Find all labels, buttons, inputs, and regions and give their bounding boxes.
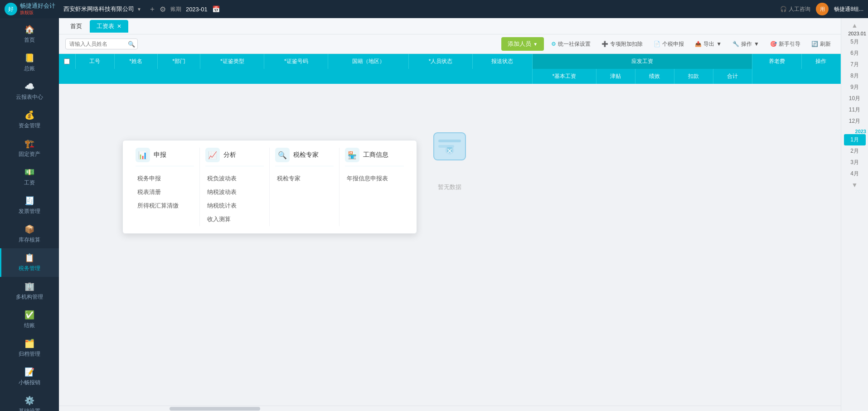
menu-section-shenbao-header: 📊 申报 bbox=[136, 148, 194, 166]
main-layout: 🏠 首页 📒 总账 ☁️ 云报表中心 💰 资金管理 🏗️ 固定资产 💵 工资 🧾… bbox=[0, 18, 868, 411]
shenbao-title: 申报 bbox=[154, 151, 166, 159]
menu-section-fenxi: 📈 分析 税负波动表 纳税波动表 纳税统计表 收入测算 bbox=[200, 148, 270, 226]
menu-item-tax-stat[interactable]: 纳税统计表 bbox=[205, 199, 264, 213]
menu-item-income-calc[interactable]: 收入测算 bbox=[205, 213, 264, 226]
menu-item-tax-burden[interactable]: 税负波动表 bbox=[205, 172, 264, 185]
menu-section-gongshang-header: 🏪 工商信息 bbox=[345, 148, 404, 166]
menu-item-tax-wave[interactable]: 纳税波动表 bbox=[205, 185, 264, 199]
gongshang-title: 工商信息 bbox=[363, 151, 388, 159]
shuijian-icon: 🔍 bbox=[275, 148, 290, 162]
menu-item-annual-report[interactable]: 年报信息申报表 bbox=[345, 172, 404, 185]
menu-item-tax-table[interactable]: 税表清册 bbox=[136, 185, 194, 199]
menu-section-gongshang: 🏪 工商信息 年报信息申报表 bbox=[339, 148, 409, 226]
menu-section-shuijian: 🔍 税检专家 税检专家 bbox=[270, 148, 339, 226]
menu-item-tax-declare[interactable]: 税务申报 bbox=[136, 172, 194, 185]
fenxi-title: 分析 bbox=[223, 151, 236, 159]
menu-section-shenbao: 📊 申报 税务申报 税表清册 所得税汇算清缴 bbox=[130, 148, 200, 226]
shuijian-title: 税检专家 bbox=[293, 151, 319, 159]
menu-section-fenxi-header: 📈 分析 bbox=[205, 148, 264, 166]
menu-item-income-tax[interactable]: 所得税汇算清缴 bbox=[136, 199, 194, 213]
content-area: 首页 工资表 ✕ 🔍 添加人员 ▼ ⚙ 统一社保设置 ➕ bbox=[59, 18, 841, 411]
dropdown-menu: 📊 申报 税务申报 税表清册 所得税汇算清缴 📈 分析 税负波动表 纳税波动表 … bbox=[122, 140, 417, 234]
table-wrapper: 工号 *姓名 *部门 *证鉴类型 *证鉴号码 国籍（地区） *人员状态 报送状态… bbox=[59, 54, 841, 406]
menu-section-shuijian-header: 🔍 税检专家 bbox=[275, 148, 334, 166]
gongshang-icon: 🏪 bbox=[345, 148, 359, 162]
shenbao-icon: 📊 bbox=[136, 148, 150, 162]
menu-item-tax-expert[interactable]: 税检专家 bbox=[275, 172, 334, 185]
fenxi-icon: 📈 bbox=[205, 148, 220, 162]
